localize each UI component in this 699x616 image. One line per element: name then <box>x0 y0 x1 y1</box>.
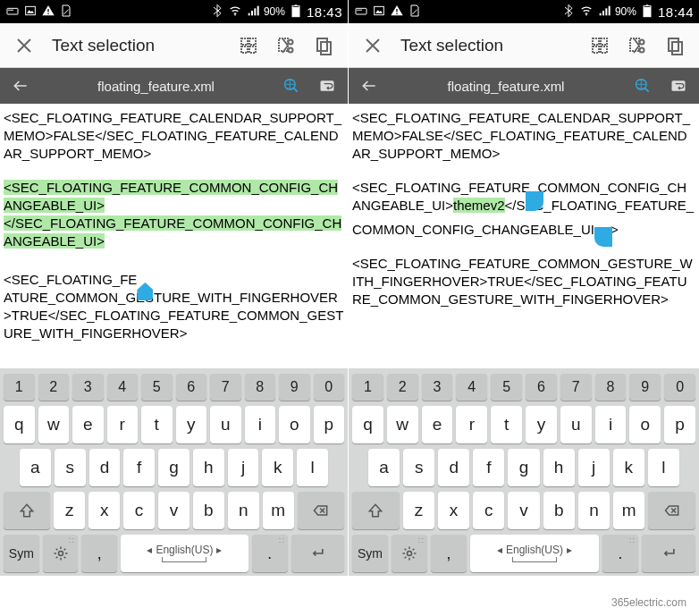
key-a[interactable]: a <box>20 449 51 486</box>
editor-paragraph[interactable]: <SEC_FLOATING_FEATURE_CALENDAR_SUPPORT_M… <box>4 109 344 163</box>
wrap-icon[interactable] <box>314 72 341 99</box>
shift-key[interactable] <box>352 492 400 529</box>
key-8[interactable]: 8 <box>595 374 627 401</box>
key-i[interactable]: i <box>245 406 276 443</box>
key-k[interactable]: k <box>613 449 644 486</box>
space-key[interactable]: ◂ English(US) ▸ <box>470 535 599 572</box>
space-key[interactable]: ◂ English(US) ▸ <box>121 535 248 572</box>
key-g[interactable]: g <box>508 449 539 486</box>
key-m[interactable]: m <box>263 492 294 529</box>
key-s[interactable]: s <box>403 449 434 486</box>
key-7[interactable]: 7 <box>210 374 241 401</box>
selection-end-handle-icon[interactable] <box>526 191 543 211</box>
editor-paragraph[interactable]: <SEC_FLOATING_FEATURE_COMMON_GESTURE_WIT… <box>352 255 695 308</box>
key-4[interactable]: 4 <box>107 374 139 401</box>
key-j[interactable]: j <box>228 449 259 486</box>
key-k[interactable]: k <box>262 449 293 486</box>
settings-key[interactable]: ∷ <box>43 535 79 572</box>
key-w[interactable]: w <box>387 406 418 443</box>
key-p[interactable]: p <box>314 406 345 443</box>
key-0[interactable]: 0 <box>314 374 345 401</box>
close-icon[interactable] <box>5 28 43 63</box>
key-s[interactable]: s <box>55 449 86 486</box>
key-1[interactable]: 1 <box>4 374 35 401</box>
select-all-icon[interactable] <box>230 28 267 63</box>
key-i[interactable]: i <box>595 406 627 443</box>
selection-start-handle-icon[interactable] <box>594 227 612 247</box>
key-v[interactable]: v <box>508 492 539 529</box>
key-c[interactable]: c <box>123 492 155 529</box>
key-l[interactable]: l <box>297 449 328 486</box>
key-q[interactable]: q <box>4 406 35 443</box>
cut-icon[interactable] <box>267 28 305 63</box>
key-2[interactable]: 2 <box>387 374 418 401</box>
key-x[interactable]: x <box>438 492 469 529</box>
key-l[interactable]: l <box>648 449 679 486</box>
web-search-icon[interactable] <box>278 72 305 99</box>
key-r[interactable]: r <box>456 406 487 443</box>
shift-key[interactable] <box>4 492 50 529</box>
key-g[interactable]: g <box>158 449 189 486</box>
key-a[interactable]: a <box>368 449 400 486</box>
key-r[interactable]: r <box>107 406 139 443</box>
back-icon[interactable] <box>7 72 34 99</box>
key-b[interactable]: b <box>543 492 575 529</box>
key-z[interactable]: z <box>403 492 434 529</box>
key-u[interactable]: u <box>560 406 592 443</box>
key-c[interactable]: c <box>473 492 504 529</box>
key-e[interactable]: e <box>422 406 453 443</box>
enter-key[interactable] <box>291 535 345 572</box>
key-d[interactable]: d <box>438 449 469 486</box>
key-n[interactable]: n <box>578 492 610 529</box>
editor-paragraph[interactable]: <SEC_FLOATING_FEATURE_COMMON_GESTURE_WIT… <box>4 266 344 342</box>
key-7[interactable]: 7 <box>560 374 592 401</box>
backspace-key[interactable] <box>648 492 695 529</box>
key-d[interactable]: d <box>89 449 121 486</box>
key-0[interactable]: 0 <box>664 374 695 401</box>
enter-key[interactable] <box>642 535 695 572</box>
key-9[interactable]: 9 <box>629 374 661 401</box>
sym-key[interactable]: Sym <box>4 535 39 572</box>
key-v[interactable]: v <box>158 492 189 529</box>
key-f[interactable]: f <box>473 449 504 486</box>
key-h[interactable]: h <box>193 449 224 486</box>
editor-paragraph-selected[interactable]: <SEC_FLOATING_FEATURE_COMMON_CONFIG_CHAN… <box>352 179 695 239</box>
key-e[interactable]: e <box>72 406 104 443</box>
copy-icon[interactable] <box>305 28 342 63</box>
copy-icon[interactable] <box>656 28 694 63</box>
cut-icon[interactable] <box>619 28 656 63</box>
key-1[interactable]: 1 <box>352 374 383 401</box>
wrap-icon[interactable] <box>665 72 692 99</box>
settings-key[interactable]: ∷ <box>392 535 427 572</box>
text-editor[interactable]: <SEC_FLOATING_FEATURE_CALENDAR_SUPPORT_M… <box>349 104 699 368</box>
key-4[interactable]: 4 <box>456 374 487 401</box>
key-q[interactable]: q <box>352 406 383 443</box>
backspace-key[interactable] <box>298 492 344 529</box>
editor-paragraph[interactable]: <SEC_FLOATING_FEATURE_CALENDAR_SUPPORT_M… <box>352 109 695 163</box>
key-u[interactable]: u <box>210 406 241 443</box>
select-all-icon[interactable] <box>581 28 619 63</box>
key-t[interactable]: t <box>141 406 173 443</box>
key-3[interactable]: 3 <box>422 374 453 401</box>
key-j[interactable]: j <box>578 449 610 486</box>
key-m[interactable]: m <box>613 492 644 529</box>
key-2[interactable]: 2 <box>38 374 70 401</box>
key-6[interactable]: 6 <box>176 374 207 401</box>
key-5[interactable]: 5 <box>491 374 522 401</box>
period-key[interactable]: .∷ <box>252 535 288 572</box>
key-y[interactable]: y <box>176 406 207 443</box>
period-key[interactable]: .∷ <box>602 535 638 572</box>
key-f[interactable]: f <box>123 449 155 486</box>
back-icon[interactable] <box>356 72 383 99</box>
key-o[interactable]: o <box>279 406 310 443</box>
key-p[interactable]: p <box>664 406 695 443</box>
key-b[interactable]: b <box>193 492 224 529</box>
key-o[interactable]: o <box>629 406 661 443</box>
web-search-icon[interactable] <box>629 72 656 99</box>
key-9[interactable]: 9 <box>279 374 310 401</box>
comma-key[interactable]: , <box>431 535 467 572</box>
key-6[interactable]: 6 <box>526 374 557 401</box>
key-z[interactable]: z <box>54 492 85 529</box>
key-n[interactable]: n <box>228 492 259 529</box>
sym-key[interactable]: Sym <box>352 535 388 572</box>
